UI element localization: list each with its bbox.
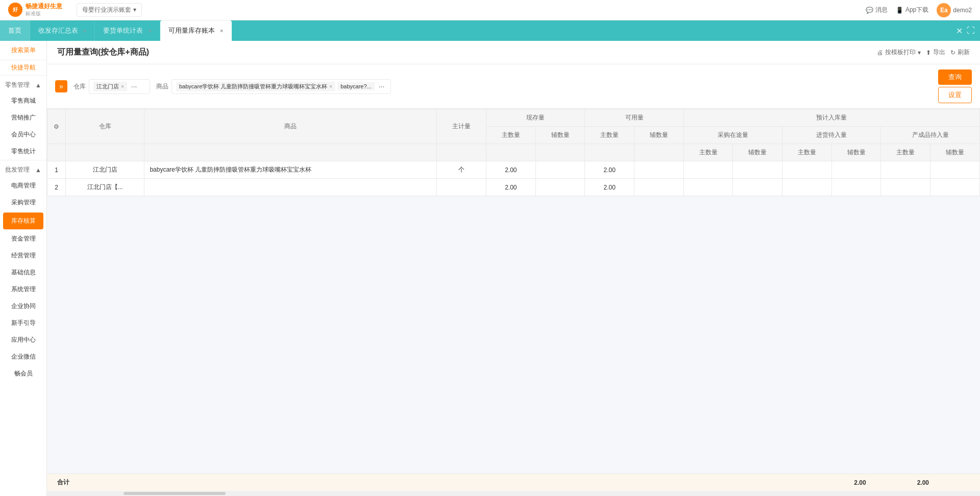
app-download-button[interactable]: 📱 App下载 bbox=[896, 6, 928, 14]
col-empty6 bbox=[535, 144, 585, 161]
row1-purchase-main bbox=[683, 161, 733, 179]
row1-current-aux bbox=[535, 161, 585, 179]
nav-tabs: 首页 收发存汇总表 × 要货单统计表 × 可用量库存账本 × ✕ ⛶ bbox=[0, 20, 980, 41]
row2-incoming-aux bbox=[831, 179, 881, 196]
tab-available-stock-close[interactable]: × bbox=[220, 28, 223, 34]
table-row: 2 江北门店【... 2.00 2.00 bbox=[47, 179, 980, 196]
tab-order-stats-close[interactable]: × bbox=[148, 28, 151, 34]
sidebar-search[interactable]: 搜索菜单 bbox=[0, 41, 46, 60]
sidebar-item-operations[interactable]: 经营管理 bbox=[0, 247, 46, 264]
footer-avail-main: 2.00 bbox=[912, 479, 934, 486]
horizontal-scrollbar[interactable] bbox=[47, 491, 980, 496]
top-bar-right: 💬 消息 📱 App下载 Ea demo2 bbox=[866, 3, 972, 17]
table-area: ⚙ 仓库 商品 主计量 现存量 可用量 预计入库量 主数量 辅数量 主数量 辅数… bbox=[47, 109, 980, 474]
filter-warehouse-label: 仓库 bbox=[74, 82, 86, 91]
industry-selector[interactable]: 母婴行业演示账套 ▾ bbox=[77, 3, 142, 17]
page-actions: 🖨 按模板打印 ▾ ⬆ 导出 ↻ 刷新 bbox=[877, 48, 970, 57]
row2-index: 2 bbox=[47, 179, 66, 196]
settings-button[interactable]: 设置 bbox=[938, 87, 972, 103]
col-prod-main-sub: 主数量 bbox=[881, 144, 930, 161]
product-tag2: babycare?... bbox=[337, 82, 375, 90]
col-avail-main-header: 主数量 bbox=[585, 127, 634, 144]
col-available-header: 可用量 bbox=[585, 109, 683, 127]
product-tag1: babycare学饮杯 儿童防摔防撞吸管杯重力球吸嘴杯宝宝水杯 × bbox=[176, 82, 335, 91]
row1-current-main: 2.00 bbox=[486, 161, 535, 179]
print-chevron-icon: ▾ bbox=[918, 49, 921, 56]
filter-bar: » 仓库 江北门店 × ··· 商品 babycare学饮杯 儿童防摔防撞吸管杯… bbox=[47, 64, 980, 109]
warehouse-tag-close[interactable]: × bbox=[121, 84, 124, 89]
sidebar-group-retail-title[interactable]: 零售管理 ▲ bbox=[0, 76, 46, 92]
tab-home[interactable]: 首页 bbox=[0, 20, 30, 41]
col-current-aux-header: 辅数量 bbox=[535, 127, 585, 144]
filter-buttons: 查询 设置 bbox=[938, 69, 972, 103]
filter-product-input[interactable]: babycare学饮杯 儿童防摔防撞吸管杯重力球吸嘴杯宝宝水杯 × babyca… bbox=[172, 79, 391, 94]
col-purchase-aux-sub: 辅数量 bbox=[733, 144, 782, 161]
sidebar-item-member[interactable]: 会员中心 bbox=[0, 126, 46, 143]
user-area[interactable]: Ea demo2 bbox=[937, 3, 972, 17]
col-production-header: 产成品待入量 bbox=[881, 127, 980, 144]
export-icon: ⬆ bbox=[926, 49, 931, 56]
col-avail-aux-header: 辅数量 bbox=[634, 127, 684, 144]
table-row: 1 江北门店 babycare学饮杯 儿童防摔防撞吸管杯重力球吸嘴杯宝宝水杯 个… bbox=[47, 161, 980, 179]
page-title: 可用量查询(按仓库+商品) bbox=[57, 47, 149, 58]
export-button[interactable]: ⬆ 导出 bbox=[926, 48, 945, 57]
sidebar-group-wholesale: 批发管理 ▲ 电商管理 采购管理 bbox=[0, 160, 46, 211]
nav-close-button[interactable]: ✕ bbox=[956, 26, 963, 36]
row1-purchase-aux bbox=[733, 161, 782, 179]
tab-home-label: 首页 bbox=[8, 26, 21, 35]
col-purchase-main-sub: 主数量 bbox=[683, 144, 733, 161]
sidebar-item-marketing[interactable]: 营销推广 bbox=[0, 109, 46, 126]
sidebar-item-system[interactable]: 系统管理 bbox=[0, 281, 46, 298]
tab-order-stats-label: 要货单统计表 bbox=[103, 26, 143, 35]
row2-purchase-aux bbox=[733, 179, 782, 196]
col-product-header: 商品 bbox=[144, 109, 437, 144]
nav-expand-button[interactable]: ⛶ bbox=[967, 26, 975, 35]
tab-receive-send[interactable]: 收发存汇总表 × bbox=[30, 20, 95, 41]
row1-incoming-aux bbox=[831, 161, 881, 179]
sidebar-item-enterprise[interactable]: 企业协同 bbox=[0, 298, 46, 315]
refresh-button[interactable]: ↻ 刷新 bbox=[950, 48, 970, 57]
filter-expand-button[interactable]: » bbox=[55, 80, 67, 92]
query-button[interactable]: 查询 bbox=[938, 69, 972, 85]
col-empty8 bbox=[634, 144, 684, 161]
sidebar-item-inventory[interactable]: 库存核算 bbox=[3, 212, 43, 229]
filter-product-more[interactable]: ··· bbox=[377, 82, 387, 90]
row2-unit bbox=[437, 179, 486, 196]
tab-receive-send-close[interactable]: × bbox=[83, 28, 86, 34]
sidebar-item-basic-info[interactable]: 基础信息 bbox=[0, 264, 46, 281]
row1-incoming-main bbox=[782, 161, 832, 179]
print-button[interactable]: 🖨 按模板打印 ▾ bbox=[877, 48, 921, 57]
col-incoming-main-sub: 主数量 bbox=[782, 144, 832, 161]
filter-warehouse-input[interactable]: 江北门店 × ··· bbox=[89, 79, 150, 94]
warehouse-tag: 江北门店 × bbox=[93, 82, 127, 91]
industry-label: 母婴行业演示账套 bbox=[82, 6, 131, 14]
sidebar-quick-nav[interactable]: 快捷导航 bbox=[0, 60, 46, 76]
sidebar-item-retail-mall[interactable]: 零售商城 bbox=[0, 92, 46, 109]
chevron-down-icon2: ▲ bbox=[35, 167, 41, 174]
sidebar-item-wechat[interactable]: 企业微信 bbox=[0, 348, 46, 365]
col-settings-header[interactable]: ⚙ bbox=[47, 109, 66, 144]
tab-available-stock[interactable]: 可用量库存账本 × bbox=[160, 20, 232, 41]
sidebar-item-purchase[interactable]: 采购管理 bbox=[0, 194, 46, 211]
sidebar-item-retail-stats[interactable]: 零售统计 bbox=[0, 143, 46, 160]
sidebar-item-newbie[interactable]: 新手引导 bbox=[0, 315, 46, 332]
sidebar-item-member2[interactable]: 畅会员 bbox=[0, 365, 46, 382]
tab-order-stats[interactable]: 要货单统计表 × bbox=[95, 20, 160, 41]
sidebar-group-wholesale-title[interactable]: 批发管理 ▲ bbox=[0, 160, 46, 177]
col-current-header: 现存量 bbox=[486, 109, 584, 127]
col-purchase-header: 采购在途量 bbox=[683, 127, 782, 144]
product-tag1-close[interactable]: × bbox=[329, 84, 332, 89]
sidebar-item-ecommerce[interactable]: 电商管理 bbox=[0, 177, 46, 194]
logo-area: 好 畅捷通好生意 标准版 bbox=[8, 3, 62, 17]
scroll-thumb[interactable] bbox=[124, 492, 226, 495]
row1-avail-aux bbox=[634, 161, 684, 179]
col-empty5 bbox=[486, 144, 535, 161]
message-button[interactable]: 💬 消息 bbox=[866, 6, 888, 14]
row2-product bbox=[144, 179, 437, 196]
sidebar-item-app-center[interactable]: 应用中心 bbox=[0, 332, 46, 348]
sidebar-group-retail: 零售管理 ▲ 零售商城 营销推广 会员中心 零售统计 bbox=[0, 76, 46, 160]
logo-icon: 好 bbox=[8, 3, 22, 17]
col-current-main-header: 主数量 bbox=[486, 127, 535, 144]
filter-warehouse-more[interactable]: ··· bbox=[129, 82, 139, 90]
sidebar-item-finance[interactable]: 资金管理 bbox=[0, 230, 46, 247]
